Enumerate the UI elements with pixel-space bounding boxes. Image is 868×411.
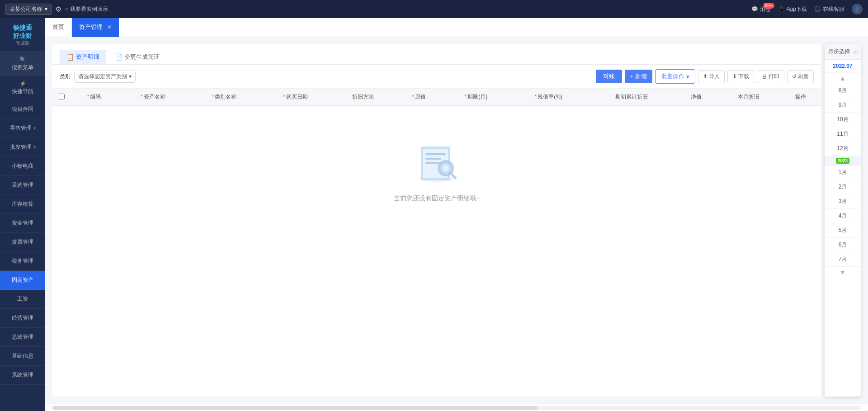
sidebar-item-quick-nav[interactable]: ⚡ 快捷导航 xyxy=(0,76,45,100)
user-avatar[interactable]: 👤 xyxy=(852,4,863,14)
month-1-label: 1月 xyxy=(839,169,847,176)
sidebar-item-purchase[interactable]: 采购管理 xyxy=(0,176,45,195)
reconcile-button[interactable]: 对账 xyxy=(596,70,622,83)
sub-tab-bar: 📋 资产明细 📄 变更生成凭证 xyxy=(52,44,821,65)
refresh-button[interactable]: ↺ 刷新 xyxy=(787,70,814,83)
sidebar-item-finance[interactable]: 资金管理 xyxy=(0,214,45,233)
import-button[interactable]: ⬆ 导入 xyxy=(698,70,725,83)
month-8-label: 8月 xyxy=(839,87,847,94)
online-service-label: 在线客服 xyxy=(823,5,844,13)
top-bar-left: 某某公司名称 ▾ ⚙ ○ 我要看实例演示 xyxy=(5,4,746,15)
import-icon: ⬆ xyxy=(703,73,708,80)
demo-link[interactable]: ○ 我要看实例演示 xyxy=(65,5,108,13)
quick-nav-label: 快捷导航 xyxy=(12,88,33,95)
sidebar-item-tax[interactable]: 税务管理 xyxy=(0,252,45,271)
import-label: 导入 xyxy=(709,73,720,80)
month-9-label: 9月 xyxy=(839,101,847,109)
month-selector-title: 月份选择 xyxy=(828,48,850,56)
content-area: 首页 资产管理 ✕ 📋 资产明细 📄 变更生成凭证 xyxy=(45,18,868,411)
tab-asset-management[interactable]: 资产管理 ✕ xyxy=(72,18,119,37)
sidebar-item-basic-info[interactable]: 基础信息 xyxy=(0,347,45,366)
sidebar-item-retail[interactable]: 零售管理 ▾ xyxy=(0,119,45,138)
download-button[interactable]: ⬇ 下载 xyxy=(727,70,754,83)
month-6-label: 6月 xyxy=(839,241,847,249)
tax-label: 税务管理 xyxy=(12,257,33,265)
asset-mgmt-tab-label: 资产管理 xyxy=(79,23,103,31)
sidebar-item-salary[interactable]: 工资 xyxy=(0,290,45,309)
add-button[interactable]: + 新增 xyxy=(625,70,652,83)
year-2023-section: 2023 xyxy=(825,156,861,165)
select-all-checkbox[interactable] xyxy=(59,94,65,99)
svg-rect-4 xyxy=(425,158,441,160)
category-dropdown-icon: ▾ xyxy=(129,73,132,80)
empty-illustration xyxy=(410,133,464,187)
online-service-button[interactable]: 🎧 在线客服 xyxy=(814,5,844,13)
message-button[interactable]: 💬 消息 99+ xyxy=(751,5,771,13)
asset-detail-tab-icon: 📋 xyxy=(66,53,74,61)
month-scroll-up[interactable]: ▲ xyxy=(825,73,861,84)
tab-home[interactable]: 首页 xyxy=(45,18,72,37)
app-download-button[interactable]: 📱 App下载 xyxy=(778,5,807,13)
demo-icon: ○ xyxy=(65,6,68,12)
empty-state: 当前您还没有固定资产明细哦~ xyxy=(52,106,821,230)
month-item-9[interactable]: 9月 xyxy=(825,98,861,113)
th-operation: 操作 xyxy=(781,89,821,106)
company-selector[interactable]: 某某公司名称 ▾ xyxy=(5,4,52,15)
month-item-1[interactable]: 1月 xyxy=(825,165,861,180)
tab-close-icon[interactable]: ✕ xyxy=(107,24,112,30)
basic-info-label: 基础信息 xyxy=(12,352,33,360)
dropdown-arrow-icon: ▾ xyxy=(45,6,47,12)
month-item-6[interactable]: 6月 xyxy=(825,238,861,252)
month-item-12[interactable]: 12月 xyxy=(825,142,861,156)
toolbar: 类别 请选择固定资产类别 ▾ 对账 + 新增 批量操作 ▾ ⬆ xyxy=(52,65,821,89)
month-item-10[interactable]: 10月 xyxy=(825,113,861,127)
category-filter-select[interactable]: 请选择固定资产类别 ▾ xyxy=(74,71,136,83)
month-item-7[interactable]: 7月 xyxy=(825,252,861,267)
batch-operation-button[interactable]: 批量操作 ▾ xyxy=(655,69,695,84)
message-icon: 💬 xyxy=(751,6,758,12)
sidebar-item-wholesale[interactable]: 批发管理 ▾ xyxy=(0,138,45,157)
category-filter-label: 类别 xyxy=(60,73,71,80)
change-voucher-tab-label: 变更生成凭证 xyxy=(124,53,160,61)
th-accumulated-depreciation: 期初累计折旧 xyxy=(587,89,676,106)
select-all-header[interactable] xyxy=(52,89,71,106)
download-icon: ⬇ xyxy=(732,73,737,80)
sidebar-item-inventory[interactable]: 库存核算 xyxy=(0,195,45,214)
month-selector-panel: 月份选择 ◁ 2022.07 ▲ 8月 9月 10月 11月 12月 2023 … xyxy=(825,44,861,397)
sidebar-item-fixed-assets[interactable]: 固定资产 xyxy=(0,271,45,290)
avatar-icon: 👤 xyxy=(854,6,860,12)
app-download-label: App下载 xyxy=(787,5,807,13)
svg-rect-3 xyxy=(425,153,446,155)
bottom-scrollbar[interactable] xyxy=(45,404,868,411)
month-item-4[interactable]: 4月 xyxy=(825,209,861,223)
sidebar-item-operations[interactable]: 经营管理 xyxy=(0,309,45,328)
sidebar-item-system[interactable]: 系统管理 xyxy=(0,366,45,385)
th-original-value: *原值 xyxy=(396,89,443,106)
month-scroll-down[interactable]: ▼ xyxy=(825,267,861,278)
scrollbar-thumb[interactable] xyxy=(52,406,538,410)
month-item-current[interactable]: 2022.07 xyxy=(825,60,861,73)
month-item-2[interactable]: 2月 xyxy=(825,180,861,194)
sidebar-item-project[interactable]: 项目合同 xyxy=(0,100,45,119)
sidebar-item-search-menu[interactable]: 🔍 搜索菜单 xyxy=(0,52,45,76)
download-label: 下载 xyxy=(738,73,749,80)
month-item-5[interactable]: 5月 xyxy=(825,223,861,238)
inventory-label: 库存核算 xyxy=(12,200,33,208)
sidebar-item-ledger[interactable]: 总账管理 xyxy=(0,328,45,347)
settings-icon[interactable]: ⚙ xyxy=(55,5,61,14)
sub-tab-change-voucher[interactable]: 📄 变更生成凭证 xyxy=(108,50,166,64)
print-icon: 🖨 xyxy=(762,73,767,80)
th-current-depreciation: 本月折旧 xyxy=(716,89,781,106)
sidebar: 畅捷通好业财 专业版 🔍 搜索菜单 ⚡ 快捷导航 项目合同 零售管理 ▾ 批发管… xyxy=(0,18,45,411)
month-2-label: 2月 xyxy=(839,183,847,191)
month-4-label: 4月 xyxy=(839,212,847,220)
month-item-8[interactable]: 8月 xyxy=(825,84,861,98)
collapse-icon[interactable]: ◁ xyxy=(853,49,857,55)
month-item-11[interactable]: 11月 xyxy=(825,127,861,142)
sub-tab-asset-detail[interactable]: 📋 资产明细 xyxy=(60,50,106,64)
sidebar-item-invoice[interactable]: 发票管理 xyxy=(0,233,45,252)
month-item-3[interactable]: 3月 xyxy=(825,194,861,209)
sidebar-item-ecommerce[interactable]: 小畅电商 xyxy=(0,157,45,176)
operations-label: 经营管理 xyxy=(12,314,33,322)
print-button[interactable]: 🖨 打印 xyxy=(757,70,784,83)
